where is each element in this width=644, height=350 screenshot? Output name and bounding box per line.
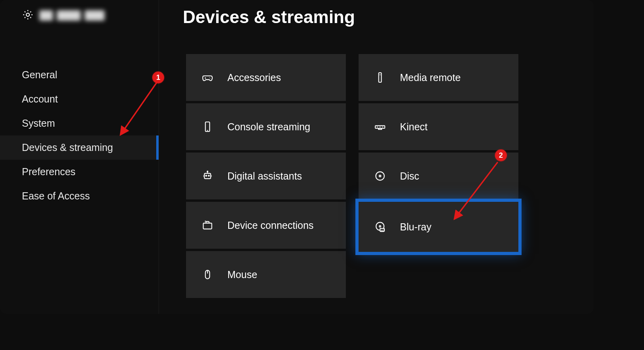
disc-icon: [373, 169, 387, 183]
sidebar-item-devices-streaming[interactable]: Devices & streaming: [0, 135, 159, 160]
sidebar: General Account System Devices & streami…: [0, 0, 159, 314]
page-title: Devices & streaming: [183, 7, 355, 27]
sidebar-item-preferences[interactable]: Preferences: [0, 160, 159, 184]
sidebar-item-label: System: [22, 118, 55, 129]
svg-rect-23: [378, 128, 382, 130]
sidebar-items: General Account System Devices & streami…: [0, 63, 159, 208]
svg-point-4: [210, 78, 211, 79]
tile-label: Disc: [400, 170, 419, 182]
sidebar-item-label: Account: [22, 93, 58, 104]
svg-point-10: [206, 175, 207, 176]
svg-point-11: [208, 175, 209, 176]
briefcase-icon: [200, 218, 215, 232]
sidebar-item-system[interactable]: System: [0, 111, 159, 135]
tile-media-remote[interactable]: Media remote: [359, 54, 518, 101]
controller-icon: [200, 70, 215, 85]
tile-label: Console streaming: [227, 121, 310, 133]
sidebar-item-general[interactable]: General: [0, 63, 159, 87]
redacted-title: [39, 10, 105, 21]
svg-point-0: [26, 13, 29, 16]
sidebar-item-label: Devices & streaming: [22, 142, 113, 153]
remote-icon: [373, 70, 387, 85]
kinect-icon: [373, 120, 387, 134]
annotation-badge-1: 1: [152, 72, 164, 83]
tile-label: Digital assistants: [227, 170, 302, 182]
svg-text:HD: HD: [381, 229, 383, 231]
tile-kinect[interactable]: Kinect: [359, 103, 518, 150]
gear-icon: [22, 9, 34, 22]
svg-point-3: [209, 77, 210, 78]
sidebar-item-label: Ease of Access: [22, 190, 90, 201]
svg-point-21: [380, 126, 380, 127]
tile-column-2: Media remote Kinect Disc HD Blu-ray: [359, 54, 518, 298]
tile-console-streaming[interactable]: Console streaming: [186, 103, 346, 150]
tile-mouse[interactable]: Mouse: [186, 251, 346, 298]
tile-label: Device connections: [227, 220, 314, 231]
svg-point-24: [376, 172, 384, 180]
tile-label: Blu-ray: [400, 221, 431, 233]
bluray-icon: HD: [373, 220, 387, 234]
tile-label: Kinect: [400, 121, 427, 133]
svg-rect-17: [379, 73, 382, 82]
tile-digital-assistants[interactable]: Digital assistants: [186, 153, 346, 199]
sidebar-item-label: General: [22, 69, 57, 80]
tile-grid: Accessories Console streaming Digital as…: [186, 54, 518, 298]
tile-disc[interactable]: Disc: [359, 153, 518, 199]
tile-bluray[interactable]: HD Blu-ray: [359, 202, 518, 252]
svg-point-20: [377, 126, 378, 127]
annotation-badge-2: 2: [495, 149, 507, 161]
settings-window: General Account System Devices & streami…: [0, 0, 594, 314]
phone-icon: [200, 120, 215, 134]
sidebar-header: [0, 0, 159, 31]
svg-point-27: [379, 226, 381, 227]
tile-accessories[interactable]: Accessories: [186, 54, 346, 101]
sidebar-item-ease-of-access[interactable]: Ease of Access: [0, 184, 159, 208]
tile-label: Media remote: [400, 72, 461, 83]
assistant-icon: [200, 169, 215, 183]
svg-point-25: [379, 175, 381, 177]
svg-point-22: [382, 126, 383, 127]
svg-point-18: [380, 74, 380, 75]
svg-point-9: [207, 171, 208, 172]
tile-label: Mouse: [227, 269, 257, 280]
tile-column-1: Accessories Console streaming Digital as…: [186, 54, 346, 298]
sidebar-item-account[interactable]: Account: [0, 87, 159, 111]
svg-rect-14: [203, 223, 211, 229]
tile-device-connections[interactable]: Device connections: [186, 202, 346, 249]
mouse-icon: [200, 267, 215, 282]
sidebar-item-label: Preferences: [22, 166, 76, 177]
tile-label: Accessories: [227, 72, 281, 83]
